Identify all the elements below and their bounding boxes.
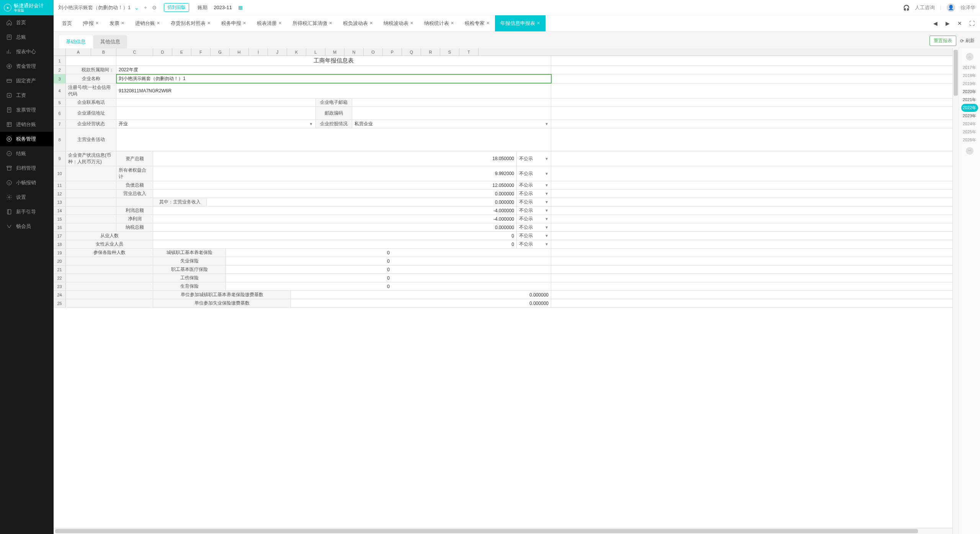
row-header-9[interactable]: 9 bbox=[54, 151, 66, 166]
col-header-E[interactable]: E bbox=[172, 48, 191, 56]
col-header-G[interactable]: G bbox=[211, 48, 230, 56]
nav-xc[interactable]: G小畅报销 bbox=[0, 175, 54, 190]
row-header-23[interactable]: 23 bbox=[54, 282, 66, 290]
nav-salary[interactable]: ¥工资 bbox=[0, 88, 54, 103]
tab-年报信息申报表[interactable]: 年报信息申报表✕ bbox=[495, 15, 546, 31]
year-2024年[interactable]: 2024年 bbox=[961, 120, 978, 128]
tab-close-icon[interactable]: ✕ bbox=[207, 21, 211, 26]
addr-value[interactable] bbox=[116, 107, 316, 120]
dropdown-icon[interactable]: ▼ bbox=[545, 234, 549, 238]
row-header-24[interactable]: 24 bbox=[54, 291, 66, 299]
year-2023年[interactable]: 2023年 bbox=[961, 112, 978, 120]
account-dropdown-icon[interactable]: ⌄ bbox=[134, 5, 139, 11]
fin-p-1[interactable]: 不公示▼ bbox=[517, 166, 551, 181]
dropdown-icon[interactable]: ▼ bbox=[545, 157, 549, 161]
col-header-J[interactable]: J bbox=[268, 48, 287, 56]
nav-archive[interactable]: 归档管理 bbox=[0, 161, 54, 175]
fin-v-4[interactable]: -4.000000 bbox=[153, 206, 517, 215]
nav-guide[interactable]: 新手引导 bbox=[0, 205, 54, 219]
dropdown-icon[interactable]: ▼ bbox=[545, 183, 549, 187]
female-pub[interactable]: 不公示▼ bbox=[517, 240, 551, 248]
col-header-D[interactable]: D bbox=[153, 48, 172, 56]
nav-invoice[interactable]: 发票管理 bbox=[0, 103, 54, 117]
tab-首页[interactable]: 首页 bbox=[57, 15, 77, 31]
support-icon[interactable]: 🎧 bbox=[903, 5, 910, 11]
col-header-M[interactable]: M bbox=[325, 48, 345, 56]
tab-close-icon[interactable]: ✕ bbox=[278, 21, 282, 26]
row-header-18[interactable]: 18 bbox=[54, 240, 66, 248]
refresh-button[interactable]: ⟳ 刷新 bbox=[960, 38, 975, 44]
row-header-3[interactable]: 3 bbox=[54, 74, 66, 83]
tab-close-all-icon[interactable]: ✕ bbox=[955, 18, 965, 28]
tab-税务申报[interactable]: 税务申报✕ bbox=[216, 15, 252, 31]
year-2017年[interactable]: 2017年 bbox=[961, 64, 978, 72]
nav-vip[interactable]: 畅会员 bbox=[0, 219, 54, 234]
fin-v-6[interactable]: 0.000000 bbox=[153, 223, 517, 231]
col-header-H[interactable]: H bbox=[230, 48, 249, 56]
old-version-button[interactable]: 切到旧版 bbox=[164, 3, 189, 12]
col-header-R[interactable]: R bbox=[421, 48, 440, 56]
dropdown-icon[interactable]: ▼ bbox=[545, 225, 549, 229]
support-label[interactable]: 人工咨询 bbox=[915, 4, 935, 11]
add-account-icon[interactable]: ＋ bbox=[143, 4, 148, 11]
row-header-1[interactable]: 1 bbox=[54, 56, 66, 66]
fin-p-6[interactable]: 不公示▼ bbox=[517, 223, 551, 231]
fin-p-0[interactable]: 不公示▼ bbox=[517, 151, 551, 166]
dropdown-icon[interactable]: ▼ bbox=[545, 208, 549, 213]
nav-close-period[interactable]: 结账 bbox=[0, 146, 54, 161]
tab-税检专家[interactable]: 税检专家✕ bbox=[459, 15, 495, 31]
tab-纳税波动表[interactable]: 纳税波动表✕ bbox=[378, 15, 419, 31]
tab-¦申报[interactable]: ¦申报✕ bbox=[77, 15, 104, 31]
dropdown-icon[interactable]: ▼ bbox=[545, 172, 549, 176]
fin-v-3[interactable]: 0.000000 bbox=[153, 190, 517, 198]
postal-value[interactable] bbox=[352, 107, 552, 120]
year-down-icon[interactable]: ﹀ bbox=[966, 147, 973, 155]
row-header-25[interactable]: 25 bbox=[54, 299, 66, 307]
emp-value[interactable]: 0 bbox=[153, 232, 517, 240]
tab-发票[interactable]: 发票✕ bbox=[104, 15, 130, 31]
base-val-1[interactable]: 0.000000 bbox=[291, 299, 551, 307]
year-2025年[interactable]: 2025年 bbox=[961, 128, 978, 136]
tab-close-icon[interactable]: ✕ bbox=[329, 21, 332, 26]
year-up-icon[interactable]: ︿ bbox=[966, 53, 973, 61]
subtab-other[interactable]: 其他信息 bbox=[93, 35, 127, 48]
col-header-C[interactable]: C bbox=[116, 48, 153, 56]
tab-存货别名对照表[interactable]: 存货别名对照表✕ bbox=[165, 15, 216, 31]
nav-home[interactable]: 首页 bbox=[0, 15, 54, 30]
row-header-20[interactable]: 20 bbox=[54, 257, 66, 265]
tab-税表清册[interactable]: 税表清册✕ bbox=[252, 15, 287, 31]
row-header-7[interactable]: 7 bbox=[54, 120, 66, 128]
row-header-6[interactable]: 6 bbox=[54, 107, 66, 120]
tab-进销台账[interactable]: 进销台账✕ bbox=[130, 15, 165, 31]
status-value[interactable]: 开业▼ bbox=[116, 120, 316, 128]
col-header-O[interactable]: O bbox=[364, 48, 383, 56]
email-value[interactable] bbox=[352, 98, 552, 106]
row-header-12[interactable]: 12 bbox=[54, 190, 66, 198]
fin-sv[interactable]: 0.000000 bbox=[207, 198, 517, 206]
tab-prev-icon[interactable]: ◀ bbox=[930, 18, 940, 28]
phone-value[interactable] bbox=[116, 98, 316, 106]
fin-p-5[interactable]: 不公示▼ bbox=[517, 215, 551, 223]
year-2018年[interactable]: 2018年 bbox=[961, 72, 978, 80]
ins-val-1[interactable]: 0 bbox=[226, 257, 551, 265]
tab-close-icon[interactable]: ✕ bbox=[451, 21, 454, 26]
fin-p-2[interactable]: 不公示▼ bbox=[517, 181, 551, 189]
col-header-T[interactable]: T bbox=[459, 48, 479, 56]
nav-settings[interactable]: 设置 bbox=[0, 190, 54, 205]
tab-close-icon[interactable]: ✕ bbox=[537, 21, 540, 26]
row-header-13[interactable]: 13 bbox=[54, 198, 66, 206]
subtab-basic[interactable]: 基础信息 bbox=[59, 35, 93, 48]
dropdown-icon[interactable]: ▼ bbox=[545, 192, 549, 196]
emp-pub[interactable]: 不公示▼ bbox=[517, 232, 551, 240]
row-header-11[interactable]: 11 bbox=[54, 181, 66, 189]
mainbiz-value[interactable] bbox=[116, 128, 551, 151]
row-header-22[interactable]: 22 bbox=[54, 274, 66, 282]
tab-所得税汇算清缴[interactable]: 所得税汇算清缴✕ bbox=[287, 15, 338, 31]
tab-close-icon[interactable]: ✕ bbox=[95, 21, 99, 26]
user-name[interactable]: 徐泽华 bbox=[960, 4, 975, 11]
nav-funds[interactable]: 资金管理 bbox=[0, 59, 54, 74]
tab-close-icon[interactable]: ✕ bbox=[410, 21, 413, 26]
row-header-4[interactable]: 4 bbox=[54, 84, 66, 98]
row-header-15[interactable]: 15 bbox=[54, 215, 66, 223]
nav-ledger[interactable]: 总账 bbox=[0, 30, 54, 44]
